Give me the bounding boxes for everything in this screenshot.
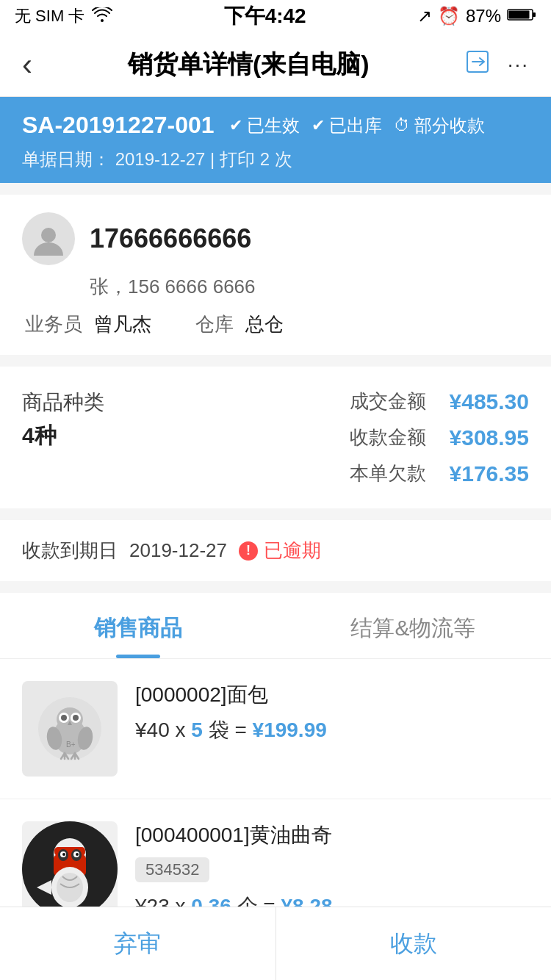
- product-count-label: 商品种类: [22, 389, 104, 417]
- tabs-section: 销售商品 结算&物流等: [0, 593, 551, 659]
- svg-point-10: [61, 715, 67, 721]
- product-price-1: ¥40 x 5 袋 = ¥199.99: [135, 716, 529, 744]
- confirm-button[interactable]: 收款: [276, 907, 552, 980]
- product-info-2: [000400001]黄油曲奇 534532 ¥23 x 0.36 个 = ¥8…: [135, 821, 529, 920]
- product-tag-2: 534532: [135, 857, 209, 882]
- banner-date: 单据日期： 2019-12-27 | 打印 2 次: [22, 148, 529, 171]
- order-id: SA-20191227-001: [22, 112, 215, 139]
- avatar: [22, 212, 75, 265]
- warehouse-label: 仓库: [195, 311, 234, 337]
- print-count: 2: [260, 149, 270, 169]
- received-value: ¥308.95: [441, 425, 529, 450]
- header-banner: SA-20191227-001 ✔ 已生效 ✔ 已出库 ⏱ 部分收款 单据日期：…: [0, 97, 551, 183]
- product-label: 商品种类: [22, 391, 104, 414]
- deal-label: 成交金额: [350, 389, 426, 414]
- due-date-value: 2019-12-27: [129, 539, 227, 562]
- debt-row: 本单欠款 ¥176.35: [350, 461, 529, 486]
- stats-left: 商品种类 4种: [22, 389, 104, 451]
- customer-info: 业务员 曾凡杰 仓库 总仓: [22, 311, 529, 337]
- status-time: 下午4:42: [224, 2, 306, 30]
- deal-row: 成交金额 ¥485.30: [350, 389, 529, 414]
- stats-section: 商品种类 4种 成交金额 ¥485.30 收款金额 ¥308.95 本单欠款 ¥…: [0, 367, 551, 508]
- received-label: 收款金额: [350, 425, 426, 450]
- battery-text: 87%: [466, 6, 501, 26]
- clock-icon: ⏱: [394, 116, 410, 135]
- warehouse-info: 仓库 总仓: [195, 311, 284, 337]
- sim-status: 无 SIM 卡: [15, 5, 84, 27]
- overdue-badge: ! 已逾期: [239, 538, 321, 563]
- customer-section: 17666666666 张，156 6666 6666 业务员 曾凡杰 仓库 总…: [0, 195, 551, 355]
- print-label: 打印: [220, 149, 255, 169]
- overdue-label: 已逾期: [264, 538, 321, 563]
- location-icon: ↗: [417, 6, 432, 26]
- bottom-bar: 弃审 收款: [0, 907, 551, 980]
- status-badges: ✔ 已生效 ✔ 已出库 ⏱ 部分收款: [229, 114, 485, 137]
- share-button[interactable]: [465, 49, 490, 80]
- nav-bar: ‹ 销货单详情(来自电脑) ···: [0, 32, 551, 97]
- warehouse-value: 总仓: [245, 311, 284, 337]
- badge-label-1: 已生效: [247, 114, 300, 137]
- order-date: 2019-12-27: [115, 149, 206, 169]
- checkmark-icon-2: ✔: [311, 116, 325, 135]
- svg-point-24: [62, 853, 65, 856]
- status-right: ↗ ⏰ 87%: [417, 6, 536, 26]
- svg-point-25: [76, 853, 79, 856]
- product-thumb-2: [22, 821, 118, 917]
- product-qty-1: 5: [191, 718, 203, 741]
- cancel-button[interactable]: 弃审: [0, 907, 276, 980]
- product-name-2: [000400001]黄油曲奇: [135, 821, 529, 849]
- banner-top: SA-20191227-001 ✔ 已生效 ✔ 已出库 ⏱ 部分收款: [22, 112, 529, 139]
- badge-label-2: 已出库: [329, 114, 382, 137]
- page-title: 销货单详情(来自电脑): [128, 48, 370, 82]
- status-left: 无 SIM 卡: [15, 5, 112, 27]
- wifi-icon: [92, 6, 112, 26]
- owl-icon: B+: [22, 681, 118, 777]
- debt-value: ¥176.35: [441, 461, 529, 486]
- back-button[interactable]: ‹: [22, 47, 32, 82]
- stats-right: 成交金额 ¥485.30 收款金额 ¥308.95 本单欠款 ¥176.35: [350, 389, 529, 486]
- more-button[interactable]: ···: [508, 53, 529, 76]
- badge-shipped: ✔ 已出库: [311, 114, 382, 137]
- customer-phone: 17666666666: [90, 223, 251, 254]
- sales-value: 曾凡杰: [94, 311, 151, 337]
- product-name-1: [0000002]面包: [135, 681, 529, 709]
- nav-actions: ···: [465, 49, 529, 80]
- due-section: 收款到期日 2019-12-27 ! 已逾期: [0, 520, 551, 581]
- product-total-1: ¥199.99: [253, 718, 327, 741]
- badge-effective: ✔ 已生效: [229, 114, 300, 137]
- sales-label: 业务员: [25, 311, 82, 337]
- product-count-value: 4种: [22, 421, 104, 451]
- product-info-1: [0000002]面包 ¥40 x 5 袋 = ¥199.99: [135, 681, 529, 744]
- customer-name: 张，156 6666 6666: [22, 274, 529, 300]
- due-date-label: 收款到期日: [22, 538, 118, 563]
- badge-label-3: 部分收款: [414, 114, 485, 137]
- svg-rect-1: [509, 11, 530, 19]
- tab-settlement[interactable]: 结算&物流等: [276, 593, 551, 658]
- checkmark-icon-1: ✔: [229, 116, 242, 135]
- customer-top: 17666666666: [22, 212, 529, 265]
- svg-rect-2: [533, 12, 536, 17]
- svg-point-11: [73, 715, 79, 721]
- received-row: 收款金额 ¥308.95: [350, 425, 529, 450]
- print-unit: 次: [275, 149, 292, 169]
- debt-label: 本单欠款: [350, 461, 426, 486]
- date-label: 单据日期：: [22, 149, 110, 169]
- alarm-icon: ⏰: [438, 6, 460, 26]
- svg-point-4: [41, 228, 56, 242]
- product-thumb-1: B+: [22, 681, 118, 777]
- status-bar: 无 SIM 卡 下午4:42 ↗ ⏰ 87%: [0, 0, 551, 32]
- sales-info: 业务员 曾凡杰: [25, 311, 151, 337]
- tab-sales-products[interactable]: 销售商品: [0, 593, 276, 658]
- svg-text:B+: B+: [66, 741, 76, 749]
- print-separator: |: [210, 149, 220, 169]
- product-item-1: B+ [0000002]面包 ¥40 x 5 袋 = ¥199.99: [0, 659, 551, 799]
- deal-value: ¥485.30: [441, 389, 529, 414]
- battery-icon: [507, 6, 536, 26]
- overdue-icon: !: [239, 541, 258, 561]
- product-list: B+ [0000002]面包 ¥40 x 5 袋 = ¥199.99: [0, 659, 551, 943]
- badge-partial: ⏱ 部分收款: [394, 114, 485, 137]
